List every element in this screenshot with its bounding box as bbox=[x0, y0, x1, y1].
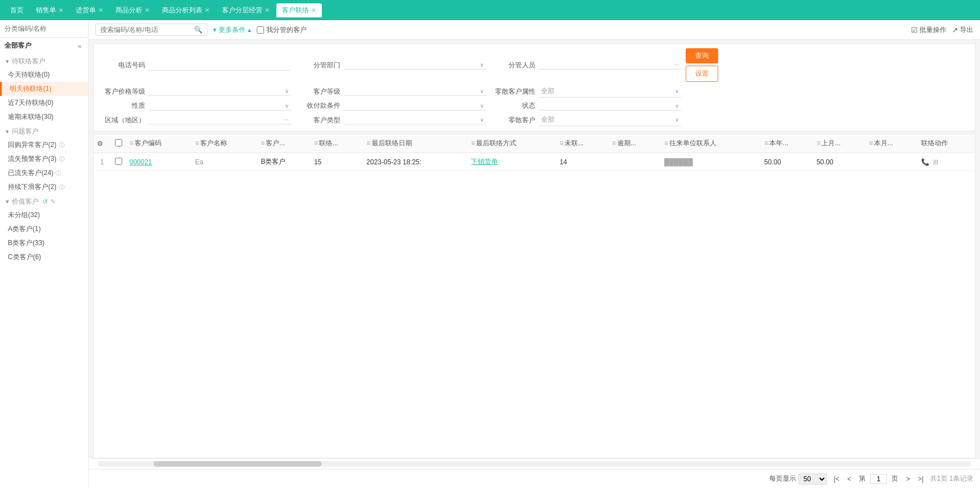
search-icon[interactable]: 🔍 bbox=[194, 26, 202, 34]
chevron-down-icon: ∨ bbox=[675, 103, 679, 109]
close-icon[interactable]: ✕ bbox=[205, 7, 210, 14]
sidebar-item-today[interactable]: 今天待联络(0) bbox=[0, 68, 88, 82]
nav-customer-layer[interactable]: 客户分层经营 ✕ bbox=[216, 3, 275, 17]
row-select-checkbox[interactable] bbox=[115, 158, 122, 165]
chevron-down-icon: ∨ bbox=[285, 88, 289, 94]
label-dept: 分管部门 bbox=[295, 61, 340, 70]
close-icon[interactable]: ✕ bbox=[265, 7, 270, 14]
group-value-customers[interactable]: ▼ 价值客户 ↺ ✎ bbox=[0, 194, 88, 208]
sidebar-item-class-a[interactable]: A类客户(1) bbox=[0, 222, 88, 236]
label-phone: 电话号码 bbox=[100, 61, 145, 70]
close-icon[interactable]: ✕ bbox=[145, 7, 150, 14]
page-input[interactable] bbox=[870, 474, 887, 484]
all-customers-section[interactable]: 全部客户 « bbox=[0, 38, 88, 54]
prev-page-btn[interactable]: < bbox=[844, 474, 854, 484]
row-no-contact: 14 bbox=[556, 153, 608, 171]
row-actions[interactable]: 📞 ⊞ bbox=[918, 153, 975, 171]
adv-row-1: 电话号码 分管部门 ∨ 分管人员 ··· bbox=[100, 48, 968, 82]
first-page-btn[interactable]: |< bbox=[830, 474, 843, 484]
dots-icon: ··· bbox=[674, 62, 679, 68]
select-customer-grade[interactable]: ∨ bbox=[344, 87, 486, 96]
next-page-btn[interactable]: > bbox=[903, 474, 913, 484]
per-page-label: 每页显示 bbox=[769, 474, 796, 484]
table-header: ⚙ ≡客户编码 ≡客户名称 ≡客户... ≡联络... ≡最后联络日期 ≡最后联… bbox=[94, 134, 975, 153]
search-input[interactable] bbox=[100, 26, 192, 34]
batch-op-btn[interactable]: ☑ 批量操作 bbox=[911, 25, 946, 35]
nav-purchase[interactable]: 进货单 ✕ bbox=[70, 3, 109, 17]
col-settings[interactable]: ⚙ bbox=[94, 134, 110, 153]
sidebar-item-class-c[interactable]: C类客户(6) bbox=[0, 250, 88, 264]
col-name: ≡客户名称 bbox=[192, 134, 257, 153]
horizontal-scrollbar[interactable] bbox=[98, 461, 971, 467]
sidebar-item-class-b[interactable]: B类客户(33) bbox=[0, 236, 88, 250]
field-person: 分管人员 ··· bbox=[491, 61, 681, 70]
nav-customer-contact[interactable]: 客户联络 ✕ bbox=[276, 3, 322, 17]
sidebar-item-7days[interactable]: 近7天待联络(0) bbox=[0, 96, 88, 110]
sidebar-search-input[interactable] bbox=[4, 25, 89, 33]
per-page-control: 每页显示 50 100 200 bbox=[769, 473, 827, 485]
collapse-icon[interactable]: « bbox=[76, 43, 84, 49]
input-phone[interactable] bbox=[149, 60, 291, 71]
nav-product-analysis[interactable]: 商品分析 ✕ bbox=[110, 3, 155, 17]
row-type: B类客户 bbox=[257, 153, 311, 171]
export-btn[interactable]: ↗ 导出 bbox=[952, 25, 973, 35]
sidebar-item-declining[interactable]: 持续下滑客户(2) ⓘ bbox=[0, 180, 88, 194]
query-button[interactable]: 查询 bbox=[686, 48, 718, 63]
close-icon[interactable]: ✕ bbox=[58, 7, 63, 14]
row-checkbox[interactable] bbox=[110, 153, 126, 171]
label-retail-attr: 零散客户属性 bbox=[491, 87, 535, 96]
select-retail-customer[interactable]: 全部 ∨ bbox=[539, 114, 681, 126]
select-person[interactable]: ··· bbox=[539, 61, 681, 70]
select-nature[interactable]: ∨ bbox=[149, 102, 291, 111]
close-icon[interactable]: ✕ bbox=[311, 7, 316, 14]
row-overdue bbox=[609, 153, 661, 171]
last-page-btn[interactable]: >| bbox=[914, 474, 927, 484]
nav-sales[interactable]: 销售单 ✕ bbox=[30, 3, 69, 17]
col-this-month: ≡本月... bbox=[866, 134, 918, 153]
per-page-select[interactable]: 50 100 200 bbox=[798, 473, 827, 485]
more-conditions-btn[interactable]: ▼ 更多条件 ▲ bbox=[212, 25, 252, 35]
refresh-icon[interactable]: ↺ bbox=[43, 198, 48, 205]
select-region[interactable]: ··· bbox=[149, 116, 291, 125]
sidebar-item-churn-warning[interactable]: 流失预警客户(3) ⓘ bbox=[0, 152, 88, 166]
my-customers-check[interactable] bbox=[257, 26, 264, 34]
scroll-thumb[interactable] bbox=[154, 461, 322, 467]
sidebar-item-churned[interactable]: 已流失客户(24) ⓘ bbox=[0, 166, 88, 180]
row-code[interactable]: 000021 bbox=[126, 153, 192, 171]
col-contact-count: ≡联络... bbox=[311, 134, 363, 153]
field-nature: 性质 ∨ bbox=[100, 101, 291, 111]
field-customer-grade: 客户等级 ∨ bbox=[295, 87, 486, 96]
content-area: 🔍 ▼ 更多条件 ▲ 我分管的客户 ☑ 批量操作 ↗ 导出 bbox=[89, 20, 980, 488]
settings-button[interactable]: 设置 bbox=[686, 66, 718, 82]
select-price-grade[interactable]: ∨ bbox=[149, 87, 291, 96]
my-customers-checkbox[interactable]: 我分管的客户 bbox=[257, 25, 307, 35]
phone-icon[interactable]: 📞 bbox=[921, 158, 930, 166]
label-nature: 性质 bbox=[100, 101, 145, 111]
row-name[interactable]: Ea bbox=[192, 153, 257, 171]
select-payment-terms[interactable]: ∨ bbox=[344, 102, 486, 111]
grid-icon[interactable]: ⊞ bbox=[933, 158, 939, 166]
select-all-checkbox[interactable] bbox=[115, 139, 122, 146]
top-nav: 首页 销售单 ✕ 进货单 ✕ 商品分析 ✕ 商品分析列表 ✕ 客户分层经营 ✕ … bbox=[0, 0, 980, 20]
select-status[interactable]: ∨ bbox=[539, 102, 681, 111]
settings-icon[interactable]: ⚙ bbox=[97, 140, 103, 148]
sidebar-item-tomorrow[interactable]: 明天待联络(1) bbox=[0, 82, 88, 96]
group-problem-customers[interactable]: ▼ 问题客户 bbox=[0, 124, 88, 138]
sidebar-item-ungrouped[interactable]: 未分组(32) bbox=[0, 208, 88, 222]
select-customer-type[interactable]: ∨ bbox=[344, 116, 486, 125]
nav-home[interactable]: 首页 bbox=[4, 3, 29, 17]
sidebar-item-repurchase-anomaly[interactable]: 回购异常客户(2) ⓘ bbox=[0, 138, 88, 152]
select-dept[interactable]: ∨ bbox=[344, 61, 486, 70]
nav-product-analysis-list[interactable]: 商品分析列表 ✕ bbox=[156, 3, 215, 17]
edit-icon[interactable]: ✎ bbox=[50, 198, 56, 205]
all-customers-label: 全部客户 bbox=[4, 41, 31, 50]
sidebar-item-overdue[interactable]: 逾期未联络(30) bbox=[0, 110, 88, 124]
filter-icon: ▼ bbox=[212, 27, 218, 33]
select-retail-attr[interactable]: 全部 ∨ bbox=[539, 85, 681, 98]
close-icon[interactable]: ✕ bbox=[98, 7, 103, 14]
col-checkbox[interactable] bbox=[110, 134, 126, 153]
row-last-date: 2023-05-23 18:25: bbox=[363, 153, 468, 171]
group-pending-contact[interactable]: ▼ 待联络客户 bbox=[0, 54, 88, 68]
row-last-method[interactable]: 下销货单 bbox=[468, 153, 556, 171]
sidebar-search-area: 🔍 bbox=[0, 20, 88, 38]
